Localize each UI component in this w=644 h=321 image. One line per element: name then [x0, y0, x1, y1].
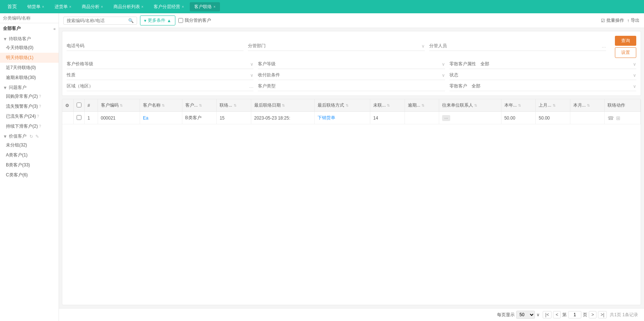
- sidebar-item-repurchase-abnormal[interactable]: 回购异常客户(2) ?: [0, 92, 59, 101]
- sidebar-item-overdue[interactable]: 逾期未联络(30): [0, 73, 59, 83]
- close-icon[interactable]: ×: [141, 5, 144, 9]
- sidebar-item-class-b[interactable]: B类客户(33): [0, 160, 59, 170]
- sidebar-item-week[interactable]: 近7天待联络(0): [0, 63, 59, 73]
- chevron-down-icon[interactable]: ∨: [633, 73, 636, 78]
- sort-icon[interactable]: ⇅: [587, 103, 590, 107]
- th-last-contact-method[interactable]: 最后联络方式 ⇅: [315, 99, 370, 112]
- th-last-contact-date[interactable]: 最后联络日期 ⇅: [251, 99, 315, 112]
- chevron-down-icon[interactable]: ∨: [633, 84, 636, 89]
- sort-icon[interactable]: ⇅: [474, 103, 477, 107]
- nav-item-customer-stratify[interactable]: 客户分层经营 ×: [149, 2, 188, 11]
- th-overdue[interactable]: 逾期... ⇅: [405, 99, 439, 112]
- close-icon[interactable]: ×: [101, 5, 103, 9]
- th-this-year[interactable]: 本年... ⇅: [501, 99, 536, 112]
- page-input[interactable]: [568, 311, 581, 318]
- select-all-checkbox[interactable]: [77, 103, 81, 107]
- sort-icon[interactable]: ⇅: [553, 103, 556, 107]
- close-icon[interactable]: ×: [213, 5, 216, 9]
- export-btn[interactable]: ↑ 导出: [627, 17, 640, 24]
- th-unit-contact[interactable]: 往来单位联系人 ⇅: [439, 99, 501, 112]
- th-this-month[interactable]: 本月... ⇅: [570, 99, 605, 112]
- td-customer-name[interactable]: Ea: [140, 112, 182, 124]
- th-gear[interactable]: ⚙: [62, 99, 73, 112]
- last-page-btn[interactable]: >|: [598, 311, 607, 318]
- td-last-contact-method[interactable]: 下销货单: [315, 112, 370, 124]
- th-customer-code[interactable]: 客户编码 ⇅: [98, 99, 140, 112]
- row-checkbox[interactable]: [77, 115, 81, 120]
- customer-name-link[interactable]: Ea: [143, 115, 148, 121]
- help-icon[interactable]: ?: [39, 94, 41, 99]
- th-checkbox[interactable]: [73, 99, 84, 112]
- filter-btn[interactable]: ▾ 更多条件 ▲: [140, 15, 175, 25]
- all-customers-header[interactable]: 全部客户 «: [0, 23, 59, 34]
- help-icon[interactable]: ?: [39, 104, 41, 108]
- prev-page-btn[interactable]: <: [553, 311, 561, 318]
- chevron-down-icon[interactable]: ∨: [442, 73, 445, 78]
- my-customers-checkbox[interactable]: 我分管的客户: [178, 17, 211, 24]
- first-page-btn[interactable]: |<: [543, 311, 552, 318]
- chevron-down-icon[interactable]: ∨: [633, 62, 636, 67]
- grid-icon[interactable]: ⊞: [616, 115, 620, 121]
- th-customer-type[interactable]: 客户... ⇅: [182, 99, 217, 112]
- td-customer-code: 000021: [98, 112, 140, 124]
- page-size-select[interactable]: 10 20 50 100: [516, 311, 535, 319]
- filter-retail-attr: 零散客户属性 全部 ∨: [449, 61, 636, 69]
- close-icon[interactable]: ×: [182, 5, 184, 9]
- th-customer-name[interactable]: 客户名称 ⇅: [140, 99, 182, 112]
- sidebar-item-lost[interactable]: 已流失客户(24) ?: [0, 111, 59, 121]
- nav-item-product-analysis-list[interactable]: 商品分析列表 ×: [109, 2, 148, 11]
- chevron-down-icon[interactable]: ∨: [442, 62, 445, 67]
- sidebar-item-class-a[interactable]: A类客户(1): [0, 150, 59, 160]
- sort-icon[interactable]: ⇅: [199, 103, 202, 107]
- nav-item-home[interactable]: 首页: [3, 2, 21, 11]
- refresh-icon[interactable]: ↻: [29, 134, 33, 139]
- sidebar-item-class-c[interactable]: C类客户(6): [0, 170, 59, 180]
- ellipsis-icon[interactable]: …: [602, 44, 606, 49]
- my-customers-check[interactable]: [178, 18, 183, 23]
- sort-icon[interactable]: ⇅: [282, 103, 285, 107]
- next-page-btn[interactable]: >: [589, 311, 596, 318]
- nav-item-customer-contact[interactable]: 客户联络 ×: [190, 2, 220, 11]
- set-button[interactable]: 设置: [615, 47, 636, 58]
- td-checkbox[interactable]: [73, 112, 84, 124]
- sidebar-item-today[interactable]: 今天待联络(0): [0, 43, 59, 53]
- search-icon[interactable]: 🔍: [128, 18, 134, 23]
- th-last-month[interactable]: 上月... ⇅: [536, 99, 570, 112]
- last-contact-method-link[interactable]: 下销货单: [318, 115, 335, 120]
- chevron-up-icon: ▲: [167, 18, 171, 23]
- sort-icon[interactable]: ⇅: [387, 103, 390, 107]
- sort-icon[interactable]: ⇅: [346, 103, 349, 107]
- chevron-down-icon[interactable]: ∨: [421, 44, 425, 49]
- sort-icon[interactable]: ⇅: [518, 103, 521, 107]
- td-contact-count: 15: [217, 112, 251, 124]
- nav-item-product-analysis[interactable]: 商品分析 ×: [77, 2, 108, 11]
- phone-input[interactable]: [87, 44, 244, 49]
- arrow-icon: ▼: [3, 134, 7, 139]
- close-icon[interactable]: ×: [42, 5, 44, 9]
- th-contact-count[interactable]: 联络... ⇅: [217, 99, 251, 112]
- search-input[interactable]: [67, 18, 127, 23]
- nav-item-purchase[interactable]: 进货单 ×: [50, 2, 76, 11]
- close-icon[interactable]: ×: [69, 5, 71, 9]
- sort-icon[interactable]: ⇅: [120, 103, 123, 107]
- nav-item-sales[interactable]: 销货单 ×: [23, 2, 49, 11]
- sidebar-item-loss-warning[interactable]: 流失预警客户(3) ?: [0, 101, 59, 111]
- th-un-contact[interactable]: 未联... ⇅: [370, 99, 405, 112]
- sort-icon[interactable]: ⇅: [234, 103, 237, 107]
- sidebar-search-input[interactable]: [3, 15, 58, 21]
- query-button[interactable]: 查询: [615, 36, 636, 46]
- ellipsis-icon[interactable]: …: [249, 84, 253, 89]
- edit-icon[interactable]: ✎: [35, 134, 39, 139]
- sidebar-item-unclassified[interactable]: 未分组(32): [0, 140, 59, 150]
- batch-op-btn[interactable]: ☑ 批量操作: [601, 17, 624, 24]
- chevron-down-icon[interactable]: ∨: [250, 62, 253, 67]
- chevron-down-icon[interactable]: ∨: [250, 73, 253, 78]
- collapse-icon[interactable]: «: [53, 27, 56, 31]
- phone-icon[interactable]: ☎: [608, 115, 614, 121]
- sidebar-item-tomorrow[interactable]: 明天待联络(1): [0, 53, 59, 63]
- sidebar-item-declining[interactable]: 持续下滑客户(2) ?: [0, 121, 59, 131]
- sort-icon[interactable]: ⇅: [421, 103, 424, 107]
- help-icon[interactable]: ?: [39, 124, 41, 128]
- help-icon[interactable]: ?: [37, 114, 39, 118]
- sort-icon[interactable]: ⇅: [162, 103, 165, 107]
